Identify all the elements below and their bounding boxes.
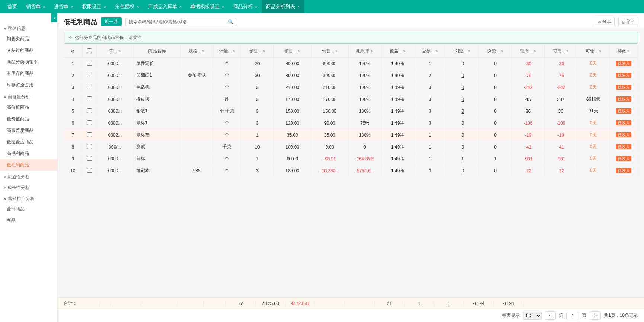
sort-icon[interactable]: ⇅ <box>403 50 406 53</box>
sort-icon[interactable]: ⇅ <box>566 50 569 53</box>
row-view1[interactable]: 0 <box>446 58 479 70</box>
view1-link[interactable]: 0 <box>461 168 464 173</box>
sort-icon[interactable]: ⇅ <box>335 50 338 53</box>
row-checkbox[interactable] <box>87 85 92 89</box>
nav-item-销货单[interactable]: 销货单× <box>22 0 49 13</box>
nav-item-首页[interactable]: 首页 <box>3 0 22 13</box>
nav-item-权限设置[interactable]: 权限设置× <box>78 0 110 13</box>
row-view1[interactable]: 0 <box>446 141 479 153</box>
close-icon[interactable]: × <box>104 4 106 9</box>
sidebar-item-库存资金占用[interactable]: 库存资金占用 <box>0 79 57 91</box>
sidebar-item-高价值商品[interactable]: 高价值商品 <box>0 102 57 113</box>
row-checkbox[interactable] <box>87 61 92 66</box>
close-icon[interactable]: × <box>137 4 139 9</box>
page-input[interactable]: 1 <box>566 312 579 319</box>
col-header-settings[interactable]: ⚙ <box>64 45 82 58</box>
row-view1[interactable]: 1 <box>446 153 479 165</box>
per-page-select[interactable]: 50 100 200 <box>523 312 542 320</box>
sidebar-item-低覆盖度商品[interactable]: 低覆盖度商品 <box>0 136 57 148</box>
sort-icon[interactable]: ⇅ <box>599 50 602 53</box>
search-input[interactable] <box>129 19 228 25</box>
footer-spacer <box>204 301 226 306</box>
view1-link[interactable]: 0 <box>461 73 464 78</box>
sort-icon[interactable]: ⇅ <box>501 50 503 53</box>
nav-item-进货单[interactable]: 进货单× <box>49 0 77 13</box>
nav-item-角色授权[interactable]: 角色授权× <box>110 0 143 13</box>
nav-item-单据模板设置[interactable]: 单据模板设置× <box>186 0 228 13</box>
sidebar-item-商品分类助销率[interactable]: 商品分类助销率 <box>0 56 57 68</box>
sidebar-group-美群量分析[interactable]: ∨美群量分析 <box>0 91 57 102</box>
view1-link[interactable]: 0 <box>461 121 464 126</box>
sidebar-item-有库存的商品[interactable]: 有库存的商品 <box>0 68 57 79</box>
row-checkbox[interactable] <box>87 144 92 149</box>
filter-btn[interactable]: 近一月 <box>101 17 122 26</box>
sort-icon[interactable]: ⇅ <box>298 50 300 53</box>
row-view1[interactable]: 0 <box>446 105 479 117</box>
view1-link[interactable]: 1 <box>461 156 464 162</box>
nav-item-商品分析列表[interactable]: 商品分析列表× <box>262 0 304 13</box>
sidebar-group-营销推广分析[interactable]: ∨营销推广分析 <box>0 192 57 203</box>
row-code: 0000... <box>96 70 134 82</box>
row-checkbox[interactable] <box>87 168 92 173</box>
view1-link[interactable]: 0 <box>461 109 464 114</box>
row-checkbox[interactable] <box>87 108 92 113</box>
sort-icon[interactable]: ⇅ <box>263 50 265 53</box>
row-view1[interactable]: 0 <box>446 117 479 129</box>
sidebar-collapse-btn[interactable]: « <box>51 13 57 22</box>
row-checkbox[interactable] <box>87 96 92 101</box>
search-icon[interactable]: 🔍 <box>228 19 234 25</box>
sort-icon[interactable]: ⇅ <box>202 50 205 53</box>
row-sale-price: 210.00 <box>274 82 311 93</box>
row-view1[interactable]: 0 <box>446 93 479 105</box>
sort-icon[interactable]: ⇅ <box>371 50 373 53</box>
row-view1[interactable]: 0 <box>446 165 479 177</box>
row-unit: 个 <box>213 129 241 141</box>
view1-link[interactable]: 0 <box>461 133 464 138</box>
sidebar-group-成长性分析[interactable]: >成长性分析 <box>0 182 57 192</box>
row-checkbox[interactable] <box>87 73 92 77</box>
sidebar-item-全部商品[interactable]: 全部商品 <box>0 203 57 215</box>
sort-icon[interactable]: ⇅ <box>627 50 630 53</box>
view1-link[interactable]: 0 <box>461 97 464 102</box>
row-saleable: 0天 <box>577 58 610 70</box>
view1-link[interactable]: 0 <box>461 85 464 90</box>
nav-item-产成品入库单[interactable]: 产成品入库单× <box>144 0 186 13</box>
sort-icon[interactable]: ⇅ <box>118 50 121 53</box>
share-btn[interactable]: ⎋ 分享 <box>595 17 615 26</box>
close-icon[interactable]: × <box>43 4 45 9</box>
sort-icon[interactable]: ⇅ <box>435 50 438 53</box>
row-checkbox[interactable] <box>87 120 92 125</box>
row-current-stock: 287 <box>512 93 545 105</box>
sidebar-group-流通性分析[interactable]: >流通性分析 <box>0 171 57 182</box>
sidebar-item-销售类商品[interactable]: 销售类商品 <box>0 33 57 45</box>
close-icon[interactable]: × <box>222 4 224 9</box>
close-icon[interactable]: × <box>179 4 182 9</box>
sidebar-item-高毛利商品[interactable]: 高毛利商品 <box>0 148 57 159</box>
sidebar-item-新品[interactable]: 新品 <box>0 215 57 226</box>
close-icon[interactable]: × <box>71 4 73 9</box>
row-checkbox[interactable] <box>87 132 92 137</box>
row-checkbox[interactable] <box>87 156 92 161</box>
sidebar-item-低价值商品[interactable]: 低价值商品 <box>0 113 57 125</box>
col-header-name: 商品名称 <box>134 45 180 58</box>
row-view1[interactable]: 0 <box>446 82 479 93</box>
sidebar-group-整体信息[interactable]: ∨整体信息 <box>0 22 57 33</box>
view1-link[interactable]: 0 <box>461 144 464 150</box>
row-view1[interactable]: 0 <box>446 70 479 82</box>
col-header-checkbox[interactable] <box>82 45 96 58</box>
sort-icon[interactable]: ⇅ <box>233 50 235 53</box>
nav-item-商品分析[interactable]: 商品分析× <box>229 0 262 13</box>
view1-link[interactable]: 0 <box>461 61 464 66</box>
row-view1[interactable]: 0 <box>446 129 479 141</box>
sort-icon[interactable]: ⇅ <box>534 50 536 53</box>
sidebar-item-低毛利商品[interactable]: 低毛利商品 <box>0 159 57 171</box>
select-all-checkbox[interactable] <box>87 48 92 53</box>
sidebar-item-高覆盖度商品[interactable]: 高覆盖度商品 <box>0 125 57 136</box>
close-icon[interactable]: × <box>297 4 299 9</box>
sort-icon[interactable]: ⇅ <box>468 50 471 53</box>
export-btn[interactable]: ⎗ 导出 <box>618 17 638 26</box>
close-icon[interactable]: × <box>255 4 257 9</box>
sidebar-item-交易过的商品[interactable]: 交易过的商品 <box>0 45 57 56</box>
prev-page-btn[interactable]: ＜ <box>545 311 556 320</box>
next-page-btn[interactable]: ＞ <box>590 311 601 320</box>
